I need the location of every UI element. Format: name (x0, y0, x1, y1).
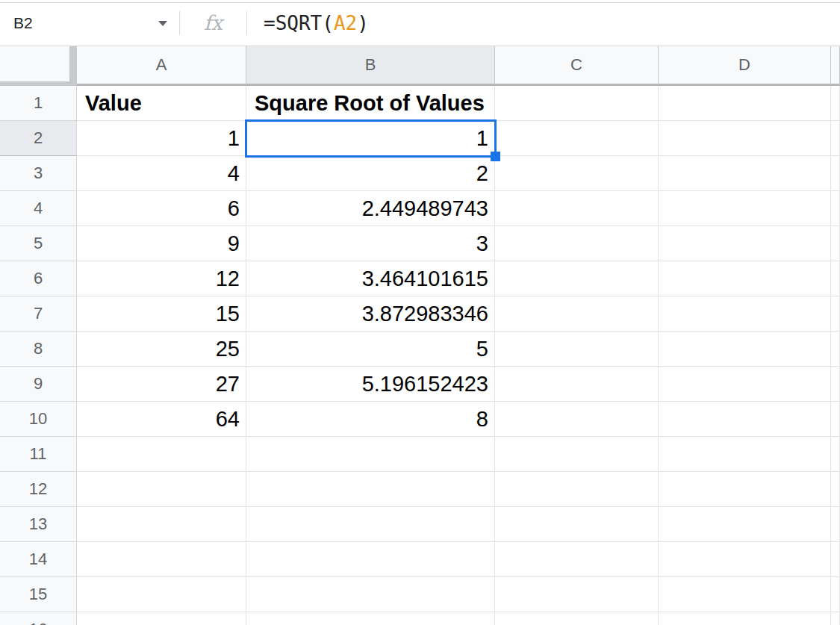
name-box[interactable]: B2 (0, 0, 179, 46)
cell-E10[interactable] (831, 402, 840, 437)
cell-A1[interactable]: Value (77, 86, 246, 121)
formula-input[interactable]: =SQRT(A2) (247, 0, 840, 46)
cell-A9[interactable]: 27 (77, 367, 246, 402)
cell-C2[interactable] (495, 121, 659, 156)
row-header-1[interactable]: 1 (0, 86, 77, 121)
cell-B11[interactable] (246, 437, 495, 472)
cell-E6[interactable] (831, 261, 840, 296)
cell-C4[interactable] (495, 191, 659, 226)
row-header-4[interactable]: 4 (0, 191, 77, 226)
cell-E9[interactable] (831, 367, 840, 402)
cell-A3[interactable]: 4 (77, 156, 246, 191)
cell-A13[interactable] (77, 507, 246, 542)
cell-D5[interactable] (659, 226, 831, 261)
cell-B6[interactable]: 3.464101615 (246, 261, 495, 296)
row-header-13[interactable]: 13 (0, 507, 77, 542)
cell-A11[interactable] (77, 437, 246, 472)
row-header-15[interactable]: 15 (0, 577, 77, 612)
cell-E5[interactable] (831, 226, 840, 261)
cell-E3[interactable] (831, 156, 840, 191)
cell-C10[interactable] (495, 402, 659, 437)
cell-D14[interactable] (659, 542, 831, 577)
row-header-2[interactable]: 2 (0, 121, 77, 156)
cell-A5[interactable]: 9 (77, 226, 246, 261)
cell-A2[interactable]: 1 (77, 121, 246, 156)
cell-D7[interactable] (659, 296, 831, 332)
cell-B9[interactable]: 5.196152423 (246, 367, 495, 402)
cell-B15[interactable] (246, 577, 495, 612)
cell-B3[interactable]: 2 (246, 156, 495, 191)
cell-A10[interactable]: 64 (77, 402, 246, 437)
cell-D4[interactable] (659, 191, 831, 226)
column-header-sliver[interactable] (831, 46, 840, 86)
cell-E12[interactable] (831, 472, 840, 507)
cell-C7[interactable] (495, 296, 659, 332)
cell-E14[interactable] (831, 542, 840, 577)
cell-D1[interactable] (659, 86, 831, 121)
cell-B8[interactable]: 5 (246, 332, 495, 367)
cell-E7[interactable] (831, 296, 840, 332)
cell-D10[interactable] (659, 402, 831, 437)
cell-B14[interactable] (246, 542, 495, 577)
cell-D8[interactable] (659, 332, 831, 367)
cell-E8[interactable] (831, 332, 840, 367)
row-header-6[interactable]: 6 (0, 261, 77, 296)
row-header-3[interactable]: 3 (0, 156, 77, 191)
cell-C3[interactable] (495, 156, 659, 191)
row-header-10[interactable]: 10 (0, 402, 77, 437)
cell-E11[interactable] (831, 437, 840, 472)
cell-B2[interactable]: 1 (246, 121, 495, 156)
cell-C6[interactable] (495, 261, 659, 296)
row-header-8[interactable]: 8 (0, 332, 77, 367)
name-box-dropdown-icon[interactable] (158, 21, 167, 26)
fill-handle[interactable] (491, 152, 500, 161)
cell-A8[interactable]: 25 (77, 332, 246, 367)
cell-B12[interactable] (246, 472, 495, 507)
select-all-corner[interactable] (0, 46, 77, 86)
row-header-5[interactable]: 5 (0, 226, 77, 261)
column-header-a[interactable]: A (77, 46, 246, 86)
cell-B4[interactable]: 2.449489743 (246, 191, 495, 226)
cell-C15[interactable] (495, 577, 659, 612)
cell-C8[interactable] (495, 332, 659, 367)
cell-D6[interactable] (659, 261, 831, 296)
row-header-14[interactable]: 14 (0, 542, 77, 577)
cell-C13[interactable] (495, 507, 659, 542)
cell-B5[interactable]: 3 (246, 226, 495, 261)
cell-C12[interactable] (495, 472, 659, 507)
cell-E1[interactable] (831, 86, 840, 121)
cell-A16[interactable] (77, 612, 246, 625)
cell-D9[interactable] (659, 367, 831, 402)
column-header-c[interactable]: C (495, 46, 659, 86)
cell-B13[interactable] (246, 507, 495, 542)
cell-E4[interactable] (831, 191, 840, 226)
cell-A12[interactable] (77, 472, 246, 507)
row-header-12[interactable]: 12 (0, 472, 77, 507)
cell-C16[interactable] (495, 612, 659, 625)
cell-A14[interactable] (77, 542, 246, 577)
cell-E2[interactable] (831, 121, 840, 156)
cell-D11[interactable] (659, 437, 831, 472)
row-header-7[interactable]: 7 (0, 296, 77, 332)
cell-C5[interactable] (495, 226, 659, 261)
row-header-16[interactable]: 16 (0, 612, 77, 625)
cell-B1[interactable]: Square Root of Values (246, 86, 495, 121)
cell-A15[interactable] (77, 577, 246, 612)
cell-C1[interactable] (495, 86, 659, 121)
cell-A7[interactable]: 15 (77, 296, 246, 332)
cell-D12[interactable] (659, 472, 831, 507)
cell-E13[interactable] (831, 507, 840, 542)
cell-C9[interactable] (495, 367, 659, 402)
cell-D15[interactable] (659, 577, 831, 612)
cell-A4[interactable]: 6 (77, 191, 246, 226)
cell-B10[interactable]: 8 (246, 402, 495, 437)
cell-E16[interactable] (831, 612, 840, 625)
cell-B7[interactable]: 3.872983346 (246, 296, 495, 332)
cell-B16[interactable] (246, 612, 495, 625)
cell-D13[interactable] (659, 507, 831, 542)
column-header-d[interactable]: D (659, 46, 831, 86)
column-header-b[interactable]: B (246, 46, 495, 86)
cell-E15[interactable] (831, 577, 840, 612)
cell-D3[interactable] (659, 156, 831, 191)
cell-C11[interactable] (495, 437, 659, 472)
